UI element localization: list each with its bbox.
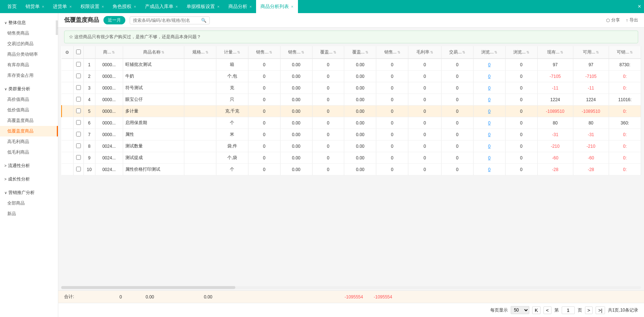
th-checkbox <box>73 46 83 59</box>
sidebar-item-in-stock[interactable]: 有库存商品 <box>0 60 58 70</box>
td-browse1[interactable]: 0 <box>473 152 505 164</box>
row-checkbox[interactable] <box>76 85 81 90</box>
td-checkbox[interactable] <box>73 152 83 164</box>
top-nav: 首页 销货单× 进货单× 权限设置× 角色授权× 产成品入库单× 单据模板设置×… <box>0 0 644 13</box>
td-browse1[interactable]: 0 <box>473 94 505 106</box>
td-checkbox[interactable] <box>73 164 83 175</box>
sidebar-section-title-marketing[interactable]: ∨ 营销推广分析 <box>0 187 58 198</box>
td-checkbox[interactable] <box>73 129 83 140</box>
td-gross: 0 <box>408 129 441 140</box>
td-sales-amt: 0.00 <box>280 164 312 175</box>
td-name: 属性 <box>123 129 184 140</box>
data-table: ⚙ 商...⇅ 商品名称⇅ 规格...⇅ 计量...⇅ 销售...⇅ 销售...… <box>61 46 641 175</box>
main-layout: « ∨ 整体信息 销售类商品 交易过的商品 商品分类动销率 有库存商品 库存资金… <box>0 13 644 317</box>
share-button[interactable]: ⬡ 分享 <box>606 17 620 23</box>
nav-tab-sales[interactable]: 销货单× <box>21 0 48 13</box>
nav-tab-analysis-list[interactable]: 商品分析列表× <box>256 0 298 13</box>
td-sales2: 0 <box>376 152 408 164</box>
td-code: 0024... <box>95 164 123 175</box>
row-checkbox[interactable] <box>76 62 81 67</box>
last-page-btn[interactable]: >| <box>596 306 605 314</box>
sidebar-item-high-value[interactable]: 高价值商品 <box>0 94 58 105</box>
export-button[interactable]: ↑ 导出 <box>626 17 638 23</box>
td-browse1[interactable]: 0 <box>473 106 505 117</box>
td-browse1[interactable]: 0 <box>473 82 505 94</box>
footer-gap2 <box>223 294 252 300</box>
row-checkbox[interactable] <box>76 74 81 78</box>
td-browse1[interactable]: 0 <box>473 164 505 175</box>
sidebar-section-title-overall[interactable]: ∨ 整体信息 <box>0 17 58 28</box>
window-close-icon[interactable]: × <box>638 3 641 10</box>
th-browse2: 浏览...⇅ <box>505 46 537 59</box>
nav-tab-purchase[interactable]: 进货单× <box>48 0 76 13</box>
scrollbar-thumb[interactable] <box>61 286 235 289</box>
page-input[interactable] <box>562 306 575 314</box>
td-browse1[interactable]: 0 <box>473 71 505 82</box>
td-browse1[interactable]: 0 <box>473 129 505 140</box>
row-checkbox[interactable] <box>76 108 81 113</box>
row-checkbox[interactable] <box>76 155 81 160</box>
sidebar-section-title-growth[interactable]: > 成长性分析 <box>0 174 58 185</box>
footer-sales-qty <box>77 294 106 300</box>
td-checkbox[interactable] <box>73 140 83 152</box>
td-browse1[interactable]: 0 <box>473 59 505 71</box>
first-page-btn[interactable]: K <box>532 306 541 314</box>
app-container: 首页 销货单× 进货单× 权限设置× 角色授权× 产成品入库单× 单据模板设置×… <box>0 0 644 317</box>
sidebar-item-high-coverage[interactable]: 高覆盖度商品 <box>0 115 58 126</box>
td-checkbox[interactable] <box>73 82 83 94</box>
sidebar-item-low-coverage[interactable]: 低覆盖度商品 <box>0 126 58 136</box>
sidebar-item-high-margin[interactable]: 高毛利商品 <box>0 136 58 147</box>
td-settings <box>62 71 73 82</box>
th-settings[interactable]: ⚙ <box>62 46 73 59</box>
td-checkbox[interactable] <box>73 117 83 129</box>
td-sales-qty: 0 <box>248 129 280 140</box>
nav-tab-home[interactable]: 首页 <box>3 0 21 13</box>
sidebar-item-low-margin[interactable]: 低毛利商品 <box>0 147 58 158</box>
td-settings <box>62 106 73 117</box>
td-checkbox[interactable] <box>73 106 83 117</box>
row-checkbox[interactable] <box>76 132 81 136</box>
td-browse1[interactable]: 0 <box>473 117 505 129</box>
horizontal-scrollbar[interactable] <box>61 286 641 289</box>
search-input[interactable] <box>133 18 201 23</box>
table-header-row: ⚙ 商...⇅ 商品名称⇅ 规格...⇅ 计量...⇅ 销售...⇅ 销售...… <box>62 46 641 59</box>
row-checkbox[interactable] <box>76 97 81 102</box>
next-page-btn[interactable]: > <box>585 306 593 314</box>
prev-page-btn[interactable]: < <box>543 306 551 314</box>
sidebar-section-title-circulation[interactable]: > 流通性分析 <box>0 161 58 171</box>
td-sales2: 0 <box>376 106 408 117</box>
sidebar-item-category-rate[interactable]: 商品分类动销率 <box>0 49 58 60</box>
sidebar-item-low-value[interactable]: 低价值商品 <box>0 105 58 115</box>
row-checkbox[interactable] <box>76 167 81 171</box>
td-checkbox[interactable] <box>73 71 83 82</box>
sidebar-item-stock-capital[interactable]: 库存资金占用 <box>0 70 58 81</box>
td-current: -28 <box>537 164 573 175</box>
nav-tab-inventory[interactable]: 产成品入库单× <box>141 0 182 13</box>
nav-tab-analysis[interactable]: 商品分析× <box>224 0 256 13</box>
sidebar-item-traded-goods[interactable]: 交易过的商品 <box>0 39 58 49</box>
page-label: 第 <box>554 307 559 313</box>
sidebar-item-sales-goods[interactable]: 销售类商品 <box>0 28 58 39</box>
nav-tab-permissions[interactable]: 权限设置× <box>76 0 108 13</box>
nav-tab-roles[interactable]: 角色授权× <box>108 0 140 13</box>
td-code: 0000... <box>95 106 123 117</box>
nav-tab-templates[interactable]: 单据模板设置× <box>182 0 224 13</box>
sidebar-item-all-goods[interactable]: 全部商品 <box>0 198 58 209</box>
select-all-checkbox[interactable] <box>76 49 81 54</box>
export-icon: ↑ <box>626 18 628 23</box>
td-checkbox[interactable] <box>73 59 83 71</box>
td-code: 0000... <box>95 82 123 94</box>
sidebar-section-marketing: ∨ 营销推广分析 全部商品 新品 <box>0 186 58 221</box>
sidebar-collapse-btn[interactable]: « <box>56 20 58 35</box>
per-page-select[interactable]: 50 100 <box>511 306 529 314</box>
sidebar-item-new-goods[interactable]: 新品 <box>0 209 58 219</box>
row-checkbox[interactable] <box>76 120 81 125</box>
td-browse2: 0 <box>505 129 537 140</box>
td-browse1[interactable]: 0 <box>473 140 505 152</box>
td-checkbox[interactable] <box>73 94 83 106</box>
row-checkbox[interactable] <box>76 143 81 148</box>
td-unit: 个 <box>216 164 248 175</box>
time-filter-button[interactable]: 近一月 <box>103 16 125 24</box>
chevron-down-icon: ∨ <box>4 191 7 195</box>
sidebar-section-title-cluster[interactable]: ∨ 类群量分析 <box>0 84 58 94</box>
